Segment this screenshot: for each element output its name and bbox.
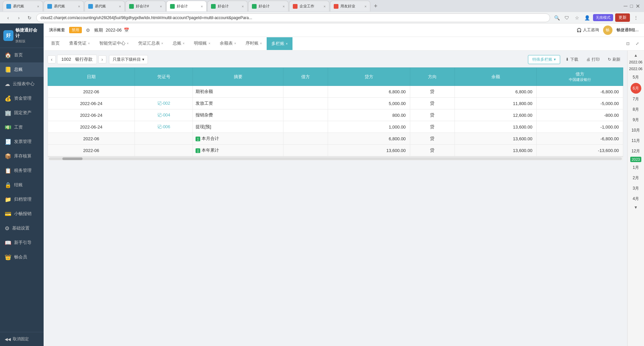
menu-icon[interactable]: ⋮	[632, 14, 640, 22]
collapse-panel-icon[interactable]: ⊡	[624, 40, 632, 48]
update-button[interactable]: 更新	[615, 13, 630, 22]
back-button[interactable]: ‹	[4, 14, 12, 22]
filter-dropdown[interactable]: 只显示下级科目 ▾	[109, 55, 148, 64]
star-icon[interactable]: ☆	[573, 14, 581, 22]
sidebar-item-assets[interactable]: 🏢 固定资产	[0, 106, 44, 120]
sidebar-item-ledger[interactable]: 📒 总账	[0, 62, 44, 77]
new-tab-button[interactable]: +	[371, 1, 380, 11]
tab-voucher-summary[interactable]: 凭证汇总表 ×	[133, 37, 168, 50]
tab-haokuaiji-5[interactable]: 好会计 ×	[166, 1, 207, 11]
next-account-button[interactable]: ›	[98, 55, 106, 63]
special-ledger-button[interactable]: 特殊多栏账 ▾	[528, 55, 560, 64]
tab-yonyou[interactable]: 用友好业 ×	[330, 1, 370, 11]
cell-date: 2022-06-24	[48, 121, 135, 133]
settings-gear-icon[interactable]: ⚙	[86, 28, 90, 33]
close-button[interactable]: ✕	[636, 3, 640, 9]
month-item-2023-2[interactable]: 2月	[629, 173, 643, 183]
tab-yidaizhang-3[interactable]: 易代账 ×	[85, 1, 125, 11]
tab-haokuaiji-4[interactable]: 好会计# ×	[125, 1, 166, 11]
minimize-button[interactable]: ─	[624, 3, 627, 9]
tab-multi-column[interactable]: 多栏账 ×	[267, 37, 292, 50]
prev-account-button[interactable]: ‹	[48, 55, 56, 63]
profile-icon[interactable]: 👤	[583, 14, 591, 22]
consultant-button[interactable]: 🎧 人工咨询	[577, 27, 599, 33]
sidebar-item-funds[interactable]: 💰 资金管理	[0, 91, 44, 106]
month-item-2023-3[interactable]: 3月	[629, 184, 643, 193]
tab-close-1[interactable]: ×	[37, 4, 39, 8]
print-button[interactable]: 🖨 打印	[584, 55, 602, 64]
sidebar-item-invoice[interactable]: 🧾 发票管理	[0, 135, 44, 149]
tab-detail-ledger[interactable]: 明细账 ×	[189, 37, 215, 50]
unpin-button[interactable]: ◀◀ 取消固定	[0, 332, 44, 346]
month-item-5[interactable]: 5月	[629, 72, 643, 82]
tab-haokuaiji-6[interactable]: 好会计 ×	[207, 1, 248, 11]
sidebar-item-reports[interactable]: ☁ 云报表中心	[0, 77, 44, 91]
voucher-link[interactable]: 记-006	[157, 124, 170, 129]
search-icon[interactable]: 🔍	[553, 14, 561, 22]
month-item-7[interactable]: 7月	[629, 94, 643, 104]
tab-balance[interactable]: 余额表 ×	[215, 37, 241, 50]
tab-general-ledger-close[interactable]: ×	[183, 42, 185, 45]
sidebar-item-member[interactable]: 👑 畅会员	[0, 250, 44, 264]
demo-badge[interactable]: 禁用	[69, 27, 82, 33]
url-bar[interactable]: cloud2.chanjet.com/accounting/uh26t264j5…	[36, 13, 550, 22]
tab-detail-ledger-close[interactable]: ×	[208, 42, 210, 45]
month-item-12[interactable]: 12月	[629, 146, 643, 156]
sidebar-item-salary[interactable]: 💵 工资	[0, 120, 44, 135]
voucher-link[interactable]: 记-002	[157, 101, 170, 106]
tab-close-6[interactable]: ×	[242, 4, 244, 8]
tab-close-7[interactable]: ×	[283, 4, 285, 8]
tab-yidaizhang-2[interactable]: 易代账 ×	[44, 1, 84, 11]
tab-multi-column-close[interactable]: ×	[286, 42, 288, 46]
tab-general-ledger[interactable]: 总账 ×	[168, 37, 190, 50]
reload-button[interactable]: ↻	[25, 14, 34, 22]
month-item-11[interactable]: 11月	[629, 136, 643, 146]
tab-yidaizhang-1[interactable]: 易代账 ×	[3, 1, 43, 11]
tab-home[interactable]: 首页	[46, 37, 64, 50]
sidebar-item-guide[interactable]: 📖 新手引导	[0, 236, 44, 250]
month-item-10[interactable]: 10月	[629, 126, 643, 135]
cell-extra: -6,800.00	[537, 86, 623, 98]
voucher-link[interactable]: 记-004	[157, 112, 170, 117]
incognito-button[interactable]: 无痕模式	[593, 14, 613, 21]
tab-voucher-view[interactable]: 查看凭证 ×	[64, 37, 95, 50]
calendar-icon[interactable]: 📅	[124, 28, 129, 33]
scroll-up-button[interactable]: ▲	[631, 52, 641, 59]
tab-balance-close[interactable]: ×	[234, 42, 236, 45]
sidebar-item-archive[interactable]: 📁 归档管理	[0, 192, 44, 207]
tab-haokuaiji-7[interactable]: 好会计 ×	[248, 1, 288, 11]
sidebar-item-settings[interactable]: ⚙ 基础设置	[0, 221, 44, 236]
refresh-button[interactable]: ↻ 刷新	[605, 55, 623, 64]
month-item-9[interactable]: 9月	[629, 115, 643, 125]
tab-close-5[interactable]: ×	[201, 4, 203, 8]
month-item-6[interactable]: 6月	[631, 83, 641, 94]
tab-smart-center-close[interactable]: ×	[127, 42, 129, 45]
tab-voucher-view-close[interactable]: ×	[88, 42, 90, 45]
restore-button[interactable]: □	[630, 3, 633, 9]
tab-sequence-close[interactable]: ×	[260, 42, 262, 45]
scroll-down-button[interactable]: ▼	[631, 204, 641, 211]
sidebar-item-close[interactable]: 🔒 结账	[0, 178, 44, 192]
month-item-8[interactable]: 8月	[629, 105, 643, 114]
tab-close-3[interactable]: ×	[119, 4, 121, 8]
tab-close-4[interactable]: ×	[160, 4, 162, 8]
tab-sequence[interactable]: 序时账 ×	[241, 37, 267, 50]
tab-enterprise[interactable]: 企业工作 ×	[289, 1, 329, 11]
tab-voucher-summary-close[interactable]: ×	[161, 42, 163, 45]
forward-button[interactable]: ›	[15, 14, 23, 22]
tab-close-9[interactable]: ×	[365, 4, 367, 8]
month-item-2023-1[interactable]: 1月	[629, 163, 643, 172]
sidebar-item-expense[interactable]: 💳 小畅报销	[0, 207, 44, 221]
scrollbar-thumb[interactable]	[62, 157, 83, 160]
sidebar-item-inventory[interactable]: 📦 库存核算	[0, 149, 44, 163]
cell-balance: 13,600.00	[454, 121, 536, 133]
horizontal-scrollbar[interactable]	[48, 156, 623, 160]
download-button[interactable]: ⬇ 下载	[563, 55, 581, 64]
sidebar-item-tax[interactable]: 📋 税务管理	[0, 163, 44, 178]
tab-smart-center[interactable]: 智能凭证中心 ×	[95, 37, 133, 50]
tab-close-8[interactable]: ×	[324, 4, 326, 8]
tab-close-2[interactable]: ×	[78, 4, 80, 8]
expand-panel-icon[interactable]: ⤢	[633, 40, 641, 48]
month-item-2023-4[interactable]: 4月	[629, 194, 643, 204]
sidebar-item-home[interactable]: 🏠 首页	[0, 48, 44, 62]
